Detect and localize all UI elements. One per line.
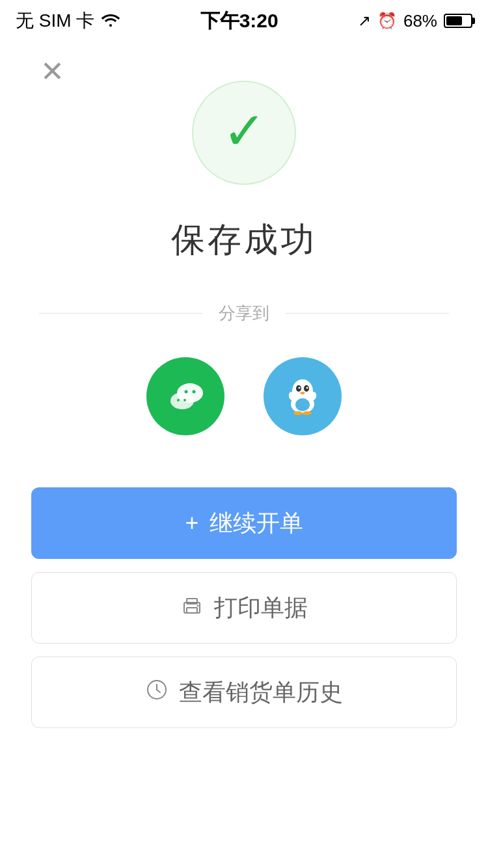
svg-point-21 xyxy=(197,604,199,606)
clock-icon xyxy=(145,678,169,707)
wechat-share-button[interactable] xyxy=(146,357,224,435)
svg-point-17 xyxy=(303,411,312,415)
print-button[interactable]: 打印单据 xyxy=(31,572,457,644)
wifi-icon xyxy=(101,10,120,31)
svg-point-3 xyxy=(193,390,196,394)
printer-icon xyxy=(180,593,204,623)
checkmark-icon: ✓ xyxy=(223,105,266,157)
print-label: 打印单据 xyxy=(214,592,308,624)
success-circle: ✓ xyxy=(192,81,296,185)
svg-point-12 xyxy=(306,387,308,389)
divider-line-right xyxy=(285,313,449,314)
svg-point-13 xyxy=(301,392,305,394)
plus-icon: + xyxy=(185,509,198,537)
battery-percent: 68% xyxy=(403,11,437,31)
qq-share-button[interactable] xyxy=(264,357,342,435)
status-right: ↗ ⏰ 68% xyxy=(358,11,472,31)
divider-line-left xyxy=(39,313,203,314)
share-divider: 分享到 xyxy=(0,302,488,325)
action-buttons: + 继续开单 打印单据 查看销货单历史 xyxy=(0,487,488,728)
svg-rect-20 xyxy=(187,608,197,613)
share-label: 分享到 xyxy=(203,302,285,325)
svg-point-11 xyxy=(299,387,301,389)
location-icon: ↗ xyxy=(358,12,371,30)
svg-point-4 xyxy=(177,399,180,401)
svg-point-2 xyxy=(185,390,188,394)
svg-point-5 xyxy=(183,399,186,401)
close-icon: ✕ xyxy=(40,57,64,86)
no-sim-text: 无 SIM 卡 xyxy=(16,8,94,33)
main-content: ✓ 保存成功 分享到 xyxy=(0,42,488,728)
alarm-icon: ⏰ xyxy=(377,12,397,30)
battery-icon xyxy=(444,14,472,28)
status-left: 无 SIM 卡 xyxy=(16,8,120,33)
svg-point-8 xyxy=(295,398,310,411)
status-time: 下午3:20 xyxy=(200,8,278,34)
history-button[interactable]: 查看销货单历史 xyxy=(31,657,457,728)
svg-point-16 xyxy=(293,411,303,415)
status-bar: 无 SIM 卡 下午3:20 ↗ ⏰ 68% xyxy=(0,0,488,42)
continue-label: 继续开单 xyxy=(210,508,303,539)
svg-point-1 xyxy=(170,392,194,409)
share-icons-row xyxy=(146,357,342,435)
success-title: 保存成功 xyxy=(171,217,317,263)
continue-button[interactable]: + 继续开单 xyxy=(31,487,457,559)
wechat-icon xyxy=(163,373,208,419)
history-label: 查看销货单历史 xyxy=(179,677,343,709)
qq-icon xyxy=(283,377,322,416)
close-button[interactable]: ✕ xyxy=(33,52,72,91)
